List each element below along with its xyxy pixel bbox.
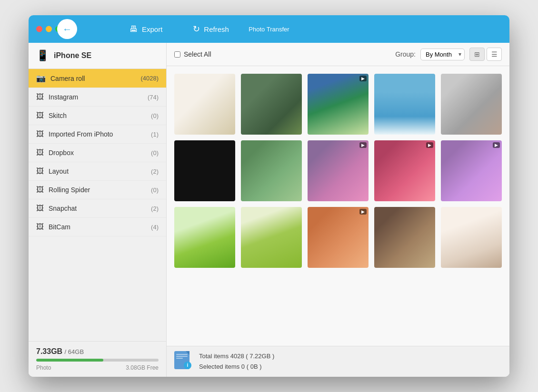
select-all-checkbox[interactable] xyxy=(174,51,180,58)
photo-area: Select All Group: By Month By Day By Yea… xyxy=(167,43,509,377)
sidebar-item-label: Rolling Spider xyxy=(49,186,151,194)
sidebar-item-count: (0) xyxy=(151,149,159,157)
photo-thumb[interactable] xyxy=(441,207,502,268)
storage-total: / 64GB xyxy=(65,348,84,355)
sidebar-item-rolling-spider[interactable]: 🖼 Rolling Spider (0) xyxy=(29,181,166,199)
titlebar-center: Photo Transfer xyxy=(36,26,502,33)
video-badge: ▶ xyxy=(359,209,367,215)
sidebar-item-dropbox[interactable]: 🖼 Dropbox (0) xyxy=(29,144,166,162)
storage-bar-background xyxy=(36,359,159,362)
sidebar-item-imported[interactable]: 🖼 Imported From iPhoto (1) xyxy=(29,125,166,144)
phone-icon: 📱 xyxy=(36,49,49,62)
sidebar-item-skitch[interactable]: 🖼 Skitch (0) xyxy=(29,107,166,125)
album-icon: 🖼 xyxy=(36,204,44,213)
photo-thumb[interactable]: ▶ xyxy=(308,207,369,268)
sidebar-item-count: (4) xyxy=(151,224,159,231)
select-all-wrap: Select All xyxy=(174,50,211,58)
doc-icon-lines xyxy=(174,351,189,362)
status-bar: i Total items 4028 ( 7.22GB ) Selected i… xyxy=(167,346,509,377)
sidebar-item-count: (2) xyxy=(151,205,159,212)
sidebar-item-count: (1) xyxy=(151,131,159,138)
photo-thumb[interactable] xyxy=(374,207,435,268)
photo-toolbar: Select All Group: By Month By Day By Yea… xyxy=(167,43,509,66)
device-header: 📱 iPhone SE xyxy=(29,43,166,69)
album-icon: 🖼 xyxy=(36,223,44,231)
group-label: Group: xyxy=(395,50,416,58)
sidebar-item-count: (4028) xyxy=(140,75,159,82)
sidebar-item-label: Skitch xyxy=(49,112,151,119)
photo-thumb[interactable] xyxy=(241,74,302,135)
video-badge: ▶ xyxy=(359,142,367,148)
back-arrow-icon: ← xyxy=(62,24,72,35)
photo-thumb[interactable] xyxy=(174,74,235,135)
back-button[interactable]: ← xyxy=(57,19,77,39)
sidebar-item-label: Snapchat xyxy=(49,205,151,212)
storage-section: 7.33GB / 64GB Photo 3.08GB Free xyxy=(29,341,166,377)
storage-category: Photo xyxy=(36,364,51,371)
photo-thumb[interactable]: ▶ xyxy=(308,74,369,135)
sidebar-item-label: Imported From iPhoto xyxy=(49,130,151,138)
album-icon: 🖼 xyxy=(36,148,44,157)
photo-thumb[interactable]: ▶ xyxy=(308,140,369,201)
titlebar: ← Photo Transfer 🖶 Export ↻ Refresh xyxy=(29,15,509,43)
app-window: ← Photo Transfer 🖶 Export ↻ Refresh 📱 iP… xyxy=(29,15,509,377)
total-items-text: Total items 4028 ( 7.22GB ) xyxy=(199,351,274,362)
export-label: Export xyxy=(142,25,162,33)
sidebar-item-layout[interactable]: 🖼 Layout (2) xyxy=(29,162,166,181)
photo-thumb[interactable] xyxy=(241,207,302,268)
main-content: 📱 iPhone SE 📷 Camera roll (4028) 🖼 Insta… xyxy=(29,43,509,377)
app-title: Photo Transfer xyxy=(249,26,289,33)
group-dropdown[interactable]: By Month By Day By Year All xyxy=(420,49,465,60)
camera-icon: 📷 xyxy=(36,74,46,83)
storage-labels: Photo 3.08GB Free xyxy=(36,364,159,371)
sidebar-item-count: (0) xyxy=(151,112,159,119)
sidebar: 📱 iPhone SE 📷 Camera roll (4028) 🖼 Insta… xyxy=(29,43,167,377)
document-icon: i xyxy=(174,351,189,369)
group-section: Group: By Month By Day By Year All ⊞ ☰ xyxy=(395,48,502,61)
sidebar-item-label: Camera roll xyxy=(50,75,140,82)
minimize-button[interactable] xyxy=(46,26,52,32)
photo-thumb[interactable]: ▶ xyxy=(441,140,502,201)
photo-grid: ▶ ▶ ▶ ▶ ▶ xyxy=(167,66,509,346)
sidebar-item-count: (2) xyxy=(151,168,159,175)
album-icon: 🖼 xyxy=(36,186,44,194)
video-badge: ▶ xyxy=(426,142,433,148)
refresh-button[interactable]: ↻ Refresh xyxy=(187,21,235,37)
sidebar-items-list: 📷 Camera roll (4028) 🖼 Instagram (74) 🖼 … xyxy=(29,69,166,341)
status-icon-wrap: i xyxy=(174,351,193,372)
album-icon: 🖼 xyxy=(36,167,44,176)
storage-free: 3.08GB Free xyxy=(126,364,159,371)
album-icon: 🖼 xyxy=(36,93,44,101)
sidebar-item-label: Dropbox xyxy=(49,149,151,157)
sidebar-item-instagram[interactable]: 🖼 Instagram (74) xyxy=(29,88,166,107)
list-view-button[interactable]: ☰ xyxy=(487,48,502,61)
sidebar-item-label: BitCam xyxy=(49,223,151,231)
storage-used: 7.33GB / 64GB xyxy=(36,347,159,356)
sidebar-item-label: Layout xyxy=(49,167,151,175)
photo-thumb[interactable] xyxy=(174,207,235,268)
device-name: iPhone SE xyxy=(54,51,91,60)
photo-thumb[interactable] xyxy=(441,74,502,135)
status-text: Total items 4028 ( 7.22GB ) Selected ite… xyxy=(199,351,274,372)
export-button[interactable]: 🖶 Export xyxy=(124,21,168,37)
view-toggle: ⊞ ☰ xyxy=(469,48,502,61)
photo-thumb[interactable] xyxy=(174,140,235,201)
sidebar-item-count: (0) xyxy=(151,186,159,194)
storage-bar-fill xyxy=(36,359,103,362)
photo-thumb[interactable] xyxy=(374,74,435,135)
sidebar-item-camera-roll[interactable]: 📷 Camera roll (4028) xyxy=(29,69,166,88)
video-badge: ▶ xyxy=(493,142,500,148)
sidebar-item-label: Instagram xyxy=(49,93,148,101)
select-all-label[interactable]: Select All xyxy=(184,50,211,58)
refresh-icon: ↻ xyxy=(193,24,200,34)
export-icon: 🖶 xyxy=(130,24,138,34)
grid-view-button[interactable]: ⊞ xyxy=(469,48,485,61)
photo-thumb[interactable]: ▶ xyxy=(374,140,435,201)
photo-thumb[interactable] xyxy=(241,140,302,201)
close-button[interactable] xyxy=(36,26,42,32)
sidebar-item-bitcam[interactable]: 🖼 BitCam (4) xyxy=(29,218,166,236)
sidebar-item-snapchat[interactable]: 🖼 Snapchat (2) xyxy=(29,199,166,218)
group-select-wrap: By Month By Day By Year All xyxy=(420,49,465,60)
refresh-label: Refresh xyxy=(204,25,229,33)
sidebar-item-count: (74) xyxy=(148,94,159,101)
